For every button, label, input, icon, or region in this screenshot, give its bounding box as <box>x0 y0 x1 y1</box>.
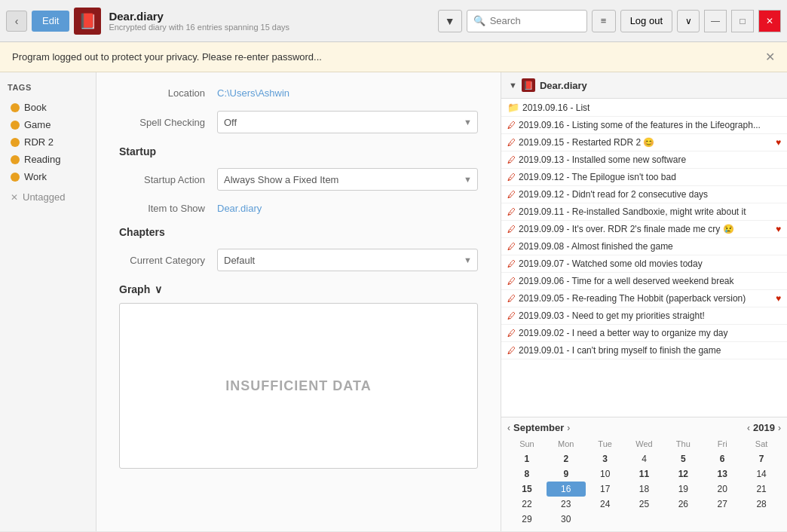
cal-cell[interactable]: 19 <box>663 482 703 497</box>
next-month-button[interactable]: › <box>567 423 570 433</box>
list-item[interactable]: 🖊2019.09.09 - It's over. RDR 2's finale … <box>501 221 787 238</box>
cal-day-name: Fri <box>703 438 742 450</box>
cal-cell[interactable]: 4 <box>625 451 664 466</box>
startup-section-title: Startup <box>119 145 478 157</box>
current-category-select[interactable]: Default <box>217 249 478 271</box>
cal-cell[interactable]: 7 <box>742 451 781 466</box>
list-item[interactable]: 🖊2019.09.03 - Need to get my priorities … <box>501 307 787 325</box>
logout-button[interactable]: Log out <box>620 10 672 32</box>
cal-cell[interactable]: 24 <box>586 497 625 512</box>
startup-action-select[interactable]: Always Show a Fixed Item <box>217 168 478 191</box>
list-item[interactable]: 🖊2019.09.12 - Didn't read for 2 consecut… <box>501 186 787 203</box>
list-item[interactable]: 🖊2019.09.11 - Re-installed Sandboxie, mi… <box>501 203 787 221</box>
location-label: Location <box>119 87 217 99</box>
cal-cell[interactable]: 9 <box>547 466 586 482</box>
graph-header[interactable]: Graph ∨ <box>119 283 478 295</box>
cal-cell[interactable]: 13 <box>703 466 742 482</box>
edit-button[interactable]: Edit <box>32 11 69 32</box>
cal-cell[interactable]: 29 <box>507 512 547 527</box>
startup-action-select-wrapper: Always Show a Fixed Item ▼ <box>217 168 478 191</box>
cal-year-label: 2019 <box>753 422 775 433</box>
cal-cell[interactable]: 30 <box>547 512 586 527</box>
cal-cell[interactable]: 10 <box>586 466 625 482</box>
cal-cell[interactable]: 17 <box>586 482 625 497</box>
list-item[interactable]: 🖊2019.09.02 - I need a better way to org… <box>501 325 787 342</box>
cal-cell[interactable]: 2 <box>547 451 586 466</box>
sidebar-item-reading[interactable]: Reading <box>8 151 88 167</box>
cal-cell[interactable]: 12 <box>663 466 703 482</box>
current-category-select-wrapper: Default ▼ <box>217 249 478 271</box>
cal-cell[interactable]: 18 <box>625 482 664 497</box>
sidebar-item-work[interactable]: Work <box>8 169 88 185</box>
list-item[interactable]: 🖊2019.09.08 - Almost finished the game <box>501 238 787 255</box>
prev-month-button[interactable]: ‹ <box>507 423 510 433</box>
cal-cell[interactable]: 25 <box>625 497 664 512</box>
sidebar: TAGS Book Game RDR 2 Reading Work ✕ Unta… <box>0 72 96 531</box>
close-button[interactable]: ✕ <box>758 10 781 32</box>
cal-cell[interactable]: 28 <box>742 497 781 512</box>
app-info: Dear.diary Encrypted diary with 16 entri… <box>109 10 433 32</box>
list-item[interactable]: 🖊2019.09.16 - Listing some of the featur… <box>501 117 787 134</box>
minimize-icon: — <box>711 16 720 26</box>
next-year-button[interactable]: › <box>778 423 781 433</box>
cal-cell[interactable]: 15 <box>507 482 547 497</box>
maximize-button[interactable]: □ <box>731 10 754 32</box>
sidebar-item-rdr2[interactable]: RDR 2 <box>8 134 88 150</box>
location-value[interactable]: C:\Users\Ashwin <box>217 87 289 99</box>
filter-icon: ▼ <box>445 15 455 27</box>
list-item[interactable]: 🖊2019.09.13 - Installed some new softwar… <box>501 151 787 169</box>
list-item[interactable]: 🖊2019.09.07 - Watched some old movies to… <box>501 255 787 273</box>
untagged-label: Untagged <box>23 191 65 203</box>
filter-button[interactable]: ▼ <box>438 10 462 32</box>
cal-cell[interactable]: 27 <box>703 497 742 512</box>
settings-panel: Location C:\Users\Ashwin Spell Checking … <box>96 72 501 484</box>
cal-cell[interactable]: 26 <box>663 497 703 512</box>
cal-cell[interactable]: 14 <box>742 466 781 482</box>
list-item[interactable]: 📁2019.09.16 - List <box>501 99 787 117</box>
list-item[interactable]: 🖊2019.09.06 - Time for a well deserved w… <box>501 273 787 290</box>
cal-grid: SunMonTueWedThuFriSat 123456789101112131… <box>507 438 781 527</box>
cal-cell[interactable]: 11 <box>625 466 664 482</box>
main-layout: TAGS Book Game RDR 2 Reading Work ✕ Unta… <box>0 72 787 531</box>
app-title: Dear.diary <box>109 10 433 23</box>
cal-cell[interactable]: 5 <box>663 451 703 466</box>
dropdown-button[interactable]: ∨ <box>677 10 700 32</box>
alert-close-button[interactable]: ✕ <box>765 50 775 64</box>
cal-cell[interactable]: 1 <box>507 451 547 466</box>
untagged-icon: ✕ <box>11 192 18 203</box>
cal-cell[interactable]: 20 <box>703 482 742 497</box>
list-item[interactable]: 🖊2019.09.05 - Re-reading The Hobbit (pap… <box>501 290 787 307</box>
back-button[interactable]: ‹ <box>6 11 27 32</box>
minimize-button[interactable]: — <box>704 10 727 32</box>
cal-day-name: Wed <box>625 438 664 450</box>
cal-cell[interactable]: 23 <box>547 497 586 512</box>
entry-text: 2019.09.06 - Time for a well deserved we… <box>519 276 781 286</box>
item-to-show-value[interactable]: Dear.diary <box>217 203 262 214</box>
graph-box: INSUFFICIENT DATA <box>119 303 478 469</box>
cal-cell[interactable]: 22 <box>507 497 547 512</box>
list-item[interactable]: 🖊2019.09.12 - The Epilogue isn't too bad <box>501 169 787 186</box>
sidebar-item-untagged[interactable]: ✕ Untagged <box>8 189 88 205</box>
hamburger-icon: ≡ <box>601 15 607 26</box>
entries-collapse-arrow[interactable]: ▼ <box>509 81 517 90</box>
app-icon: 📕 <box>74 8 101 35</box>
cal-cell[interactable]: 6 <box>703 451 742 466</box>
list-item[interactable]: 🖊2019.09.01 - I can't bring myself to fi… <box>501 342 787 359</box>
reading-tag-label: Reading <box>24 154 60 165</box>
item-to-show-label: Item to Show <box>119 203 217 214</box>
cal-cell[interactable]: 3 <box>586 451 625 466</box>
sidebar-item-game[interactable]: Game <box>8 117 88 133</box>
prev-year-button[interactable]: ‹ <box>747 423 750 433</box>
cal-cell[interactable]: 16 <box>547 482 586 497</box>
spell-checking-select[interactable]: Off <box>217 111 478 133</box>
search-input[interactable] <box>490 15 580 26</box>
cal-cell[interactable]: 8 <box>507 466 547 482</box>
cal-nav-left: ‹ September › <box>507 422 570 433</box>
list-item[interactable]: 🖊2019.09.15 - Restarted RDR 2 😊♥ <box>501 134 787 151</box>
entry-text: 2019.09.16 - Listing some of the feature… <box>519 120 781 130</box>
alert-message: Program logged out to protect your priva… <box>12 51 322 63</box>
sidebar-item-book[interactable]: Book <box>8 99 88 115</box>
hamburger-button[interactable]: ≡ <box>592 10 616 32</box>
cal-cell[interactable]: 21 <box>742 482 781 497</box>
cal-day-name: Mon <box>547 438 586 450</box>
